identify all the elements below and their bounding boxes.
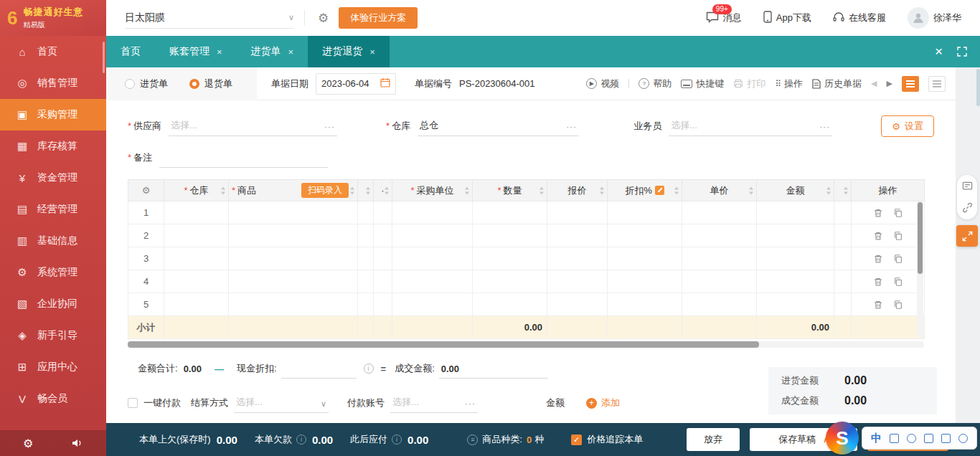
settings-button[interactable]: ⚙设置	[881, 115, 934, 137]
remark-input[interactable]	[159, 148, 328, 168]
next-arrow-icon[interactable]: ▶	[887, 79, 892, 88]
table-cell[interactable]	[757, 224, 834, 247]
column-settings-header[interactable]: ⚙	[128, 180, 164, 201]
sidebar-item-funds[interactable]: ¥资金管理	[0, 162, 106, 194]
amount-column-header[interactable]: 金额	[757, 180, 834, 201]
table-cell[interactable]	[164, 224, 229, 247]
sidebar-item-guide[interactable]: ◈新手引导	[0, 320, 106, 351]
settings-gear-icon[interactable]: ⚙	[23, 437, 33, 450]
table-cell[interactable]	[392, 270, 473, 293]
experience-plan-button[interactable]: 体验行业方案	[339, 7, 418, 29]
copy-row-icon[interactable]	[893, 208, 903, 218]
narrow-column-header[interactable]	[834, 180, 852, 201]
one-click-pay-checkbox[interactable]	[128, 398, 138, 408]
kanban-view-button[interactable]	[928, 76, 946, 92]
table-cell[interactable]	[358, 270, 374, 293]
actions-link[interactable]: ⠿操作	[775, 77, 803, 90]
link-icon[interactable]	[962, 202, 973, 213]
tab-purchase-return[interactable]: 进货退货×	[308, 36, 390, 67]
delete-row-icon[interactable]	[873, 208, 883, 218]
sort-icon[interactable]	[844, 186, 849, 195]
table-cell[interactable]	[757, 293, 834, 316]
settle-method-select[interactable]: 选择...∨	[234, 393, 329, 413]
supplier-input[interactable]: 选择...···	[169, 116, 337, 136]
header-gear-icon[interactable]: ⚙	[318, 11, 329, 26]
table-cell[interactable]	[608, 224, 682, 247]
sidebar-item-sales[interactable]: ◎销售管理	[0, 67, 106, 99]
quote-column-header[interactable]: 报价	[547, 180, 608, 201]
sidebar-item-app-center[interactable]: ⊞应用中心	[0, 351, 106, 383]
table-cell[interactable]	[473, 293, 547, 316]
page-scrollbar[interactable]	[976, 69, 980, 106]
table-cell[interactable]	[164, 293, 229, 316]
table-cell[interactable]	[608, 293, 682, 316]
warehouse-input[interactable]: 总仓···	[418, 116, 579, 136]
warehouse-column-header[interactable]: *仓库	[164, 180, 229, 201]
close-all-tabs-icon[interactable]: ×	[935, 44, 943, 60]
discard-button[interactable]: 放弃	[687, 428, 740, 451]
narrow-column-header[interactable]: ·	[374, 180, 392, 201]
radio-purchase-order[interactable]: 进货单	[125, 77, 168, 90]
table-cell[interactable]	[757, 247, 834, 270]
quantity-column-header[interactable]: *数量	[473, 180, 547, 201]
table-cell[interactable]	[374, 293, 392, 316]
delete-row-icon[interactable]	[873, 300, 883, 310]
app-download-button[interactable]: App下载	[763, 11, 811, 25]
tab-account-management[interactable]: 账套管理×	[155, 36, 237, 67]
salesman-input[interactable]: 选择...···	[669, 116, 832, 136]
table-horizontal-scrollbar[interactable]	[128, 341, 924, 348]
edit-discount-icon[interactable]	[655, 186, 664, 195]
list-view-button[interactable]	[902, 76, 919, 92]
print-link[interactable]: 打印	[733, 77, 765, 90]
table-cell[interactable]	[547, 293, 608, 316]
table-cell[interactable]	[757, 270, 834, 293]
video-link[interactable]: ▶视频	[586, 77, 619, 90]
sort-icon[interactable]	[540, 186, 545, 195]
more-icon[interactable]: ···	[324, 122, 335, 132]
product-column-header[interactable]: *商品扫码录入	[229, 180, 358, 201]
table-cell[interactable]	[473, 201, 547, 224]
table-cell[interactable]	[547, 247, 608, 270]
ime-pen-icon[interactable]	[890, 434, 899, 443]
sort-icon[interactable]	[385, 186, 390, 195]
sidebar-item-purchase[interactable]: ▣采购管理	[0, 99, 106, 130]
sidebar-item-member[interactable]: V畅会员	[0, 383, 106, 414]
table-cell[interactable]	[608, 201, 682, 224]
table-cell[interactable]	[473, 270, 547, 293]
table-cell[interactable]	[374, 224, 392, 247]
copy-row-icon[interactable]	[893, 277, 903, 287]
sort-icon[interactable]	[826, 186, 831, 195]
table-cell[interactable]	[358, 224, 374, 247]
table-cell[interactable]	[608, 247, 682, 270]
narrow-column-header[interactable]	[358, 180, 374, 201]
discount-column-header[interactable]: 折扣%	[608, 180, 682, 201]
speaker-icon[interactable]	[72, 438, 83, 448]
scan-entry-button[interactable]: 扫码录入	[301, 183, 349, 198]
help-link[interactable]: ?帮助	[639, 77, 672, 90]
pay-account-select[interactable]: 选择...···	[390, 393, 478, 413]
price-track-option[interactable]: ✓价格追踪本单	[571, 433, 643, 446]
ime-image-icon[interactable]	[941, 434, 951, 443]
sidebar-item-inventory[interactable]: ▦库存核算	[0, 130, 106, 162]
company-selector[interactable]: 日太阳膜 ∨	[125, 7, 294, 29]
tab-purchase-order[interactable]: 进货单×	[237, 36, 308, 67]
unit-price-column-header[interactable]: 单价	[682, 180, 757, 201]
close-icon[interactable]: ×	[217, 47, 222, 57]
table-cell[interactable]	[547, 270, 608, 293]
user-menu[interactable]: 徐泽华	[908, 7, 961, 29]
sidebar-item-home[interactable]: ⌂首页	[0, 36, 106, 67]
checked-checkbox-icon[interactable]: ✓	[571, 434, 582, 445]
sort-icon[interactable]	[600, 186, 605, 195]
table-cell[interactable]	[164, 247, 229, 270]
date-input[interactable]: 2023-06-04	[316, 73, 396, 95]
unit-column-header[interactable]: *采购单位	[392, 180, 473, 201]
table-cell[interactable]	[229, 201, 358, 224]
table-cell[interactable]	[473, 224, 547, 247]
delete-row-icon[interactable]	[873, 277, 883, 287]
sidebar-item-collaboration[interactable]: ▧企业协同	[0, 288, 106, 320]
sort-icon[interactable]	[465, 186, 470, 195]
expand-icon[interactable]	[956, 225, 978, 247]
table-cell[interactable]	[358, 247, 374, 270]
sidebar-item-operations[interactable]: ▤经营管理	[0, 194, 106, 225]
table-cell[interactable]	[473, 247, 547, 270]
